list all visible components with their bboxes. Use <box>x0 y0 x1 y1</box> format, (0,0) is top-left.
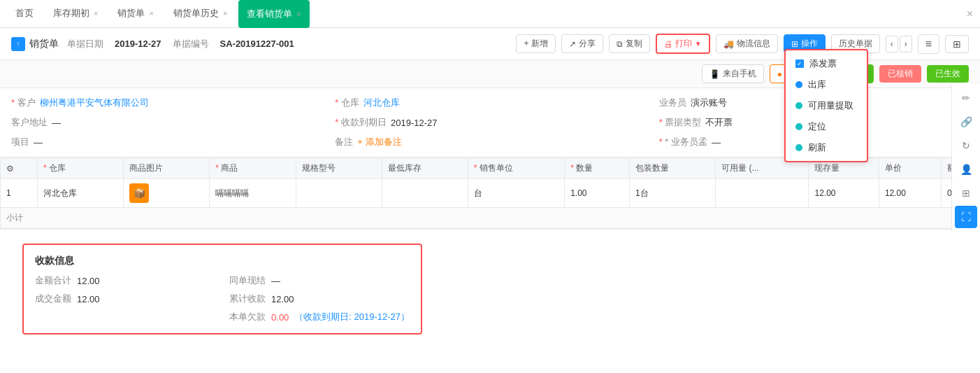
cell-row-num: 1 <box>1 179 38 208</box>
dropdown-locate[interactable]: 定位 <box>786 116 867 137</box>
outbound-dot <box>795 81 802 88</box>
col-quantity: * 数量 <box>565 158 630 179</box>
address-value: — <box>52 118 61 128</box>
page-wrapper: 首页 库存期初 × 销货单 × 销货单历史 × 查看销货单 × × ↑ 销货单 … <box>0 0 980 373</box>
remark-label: 备注 <box>335 136 353 148</box>
table-row: 1 河北仓库 📦 嗝嗝嗝嗝 台 1.00 1台 12.00 12.00 0. <box>1 179 980 208</box>
salesperson-value: 演示账号 <box>691 97 727 109</box>
balance-label: 本单欠款 <box>229 311 266 323</box>
doc-title: ↑ 销货单 <box>11 37 59 51</box>
col-min-stock: 最低库存 <box>382 158 468 179</box>
tab-history-close[interactable]: × <box>223 9 227 17</box>
warehouse-row: 仓库 河北仓库 <box>335 97 644 109</box>
print-button[interactable]: 🖨 打印 ▼ <box>656 34 710 54</box>
same-order-label: 同单现结 <box>229 274 266 287</box>
prev-arrow[interactable]: ‹ <box>886 36 898 52</box>
number-label: 单据编号 <box>173 38 209 50</box>
payment-date-value: 2019-12-27 <box>391 118 438 128</box>
cell-available <box>716 179 809 208</box>
sold-status-btn[interactable]: 已核销 <box>879 65 921 83</box>
from-phone-btn[interactable]: 📱 来自手机 <box>702 64 764 83</box>
payment-wrapper: 收款信息 金额合计 12.00 同单现结 — 成交金额 12.00 累计收款 1… <box>0 230 980 349</box>
add-invoice-checkbox <box>795 59 804 68</box>
warehouse-label: 仓库 <box>335 97 359 109</box>
sidebar-link-icon[interactable]: 🔗 <box>955 111 977 133</box>
col-price: 单价 <box>879 158 941 179</box>
cell-product: 嗝嗝嗝嗝 <box>210 179 296 208</box>
tab-inventory-close[interactable]: × <box>94 9 98 17</box>
balance-row: 本单欠款 0.00 （收款到期日: 2019-12-27） <box>229 311 410 323</box>
product-image-icon: 📦 <box>129 183 149 203</box>
cell-spec <box>296 179 382 208</box>
warehouse-value: 河北仓库 <box>363 97 400 109</box>
sidebar-user-icon[interactable]: 👤 <box>955 158 977 181</box>
toolbar-actions: + 新增 ↗ 分享 ⧉ 复制 🖨 打印 ▼ 🚚 物流信息 ⊞ 操作 <box>516 34 969 54</box>
tab-sales-history[interactable]: 销货单历史 × <box>165 0 236 28</box>
locate-dot <box>795 123 802 130</box>
dropdown-refresh[interactable]: 刷新 <box>786 137 867 158</box>
cell-min-stock <box>382 179 468 208</box>
agent-label: * 业务员孟 <box>659 136 707 148</box>
remark-row: 备注 + 添加备注 <box>335 136 644 148</box>
dropdown-add-invoice[interactable]: 添发票 <box>786 53 867 74</box>
ticket-type-label: 票据类型 <box>659 116 702 129</box>
nav-arrows: ‹ › <box>886 36 912 52</box>
col-image: 商品图片 <box>124 158 210 179</box>
refresh-dot <box>795 144 802 151</box>
payment-date-label: 收款到期日 <box>335 116 387 129</box>
tab-bar-close[interactable]: × <box>967 8 973 20</box>
project-value: — <box>34 137 43 148</box>
deal-amount-value: 12.00 <box>77 294 100 304</box>
customer-value: 柳州粤港平安气体有限公司 <box>40 97 149 109</box>
cell-quantity: 1.00 <box>565 179 630 208</box>
ticket-type-value: 不开票 <box>705 116 733 129</box>
dropdown-outbound[interactable]: 出库 <box>786 74 867 95</box>
payment-title: 收款信息 <box>35 255 410 267</box>
add-button[interactable]: + 新增 <box>516 34 555 53</box>
deal-amount-label: 成交金额 <box>35 293 71 305</box>
tab-home[interactable]: 首页 <box>7 0 42 28</box>
share-button[interactable]: ↗ 分享 <box>561 34 603 53</box>
subtotal-label: 小计 <box>1 208 980 229</box>
effective-status-btn[interactable]: 已生效 <box>927 65 969 83</box>
logistics-button[interactable]: 🚚 物流信息 <box>716 34 778 53</box>
subtotal-row: 小计 <box>1 208 980 229</box>
dropdown-available[interactable]: 可用量提取 <box>786 95 867 116</box>
sidebar-edit-icon[interactable]: ✏ <box>955 87 977 109</box>
cell-pack-qty: 1台 <box>630 179 716 208</box>
balance-value: 0.00 <box>271 312 289 323</box>
add-remark-btn[interactable]: + 添加备注 <box>357 136 401 148</box>
col-settings[interactable]: ⚙ <box>1 158 38 179</box>
cumulative-row: 累计收款 12.00 <box>229 293 410 305</box>
tab-bar: 首页 库存期初 × 销货单 × 销货单历史 × 查看销货单 × × <box>0 0 980 28</box>
salesperson-label: 业务员 <box>659 97 686 109</box>
tab-sales-close[interactable]: × <box>149 9 153 17</box>
amount-total-label: 金额合计 <box>35 274 71 287</box>
sidebar-fullscreen-icon[interactable]: ⛶ <box>955 206 977 228</box>
right-sidebar: ✏ 🔗 ↻ 👤 ⊞ ⛶ <box>951 84 980 231</box>
balance-note: （收款到期日: 2019-12-27） <box>294 311 410 323</box>
payment-section: 收款信息 金额合计 12.00 同单现结 — 成交金额 12.00 累计收款 1… <box>22 244 422 335</box>
next-arrow[interactable]: › <box>900 36 912 52</box>
col-pack-qty: 包装数量 <box>630 158 716 179</box>
available-dot <box>795 102 802 109</box>
cell-current-stock: 12.00 <box>809 179 879 208</box>
payment-grid: 金额合计 12.00 同单现结 — 成交金额 12.00 累计收款 12.00 … <box>35 274 410 323</box>
same-order-row: 同单现结 — <box>229 274 410 287</box>
operations-dropdown: 添发票 出库 可用量提取 定位 刷新 <box>784 49 868 162</box>
sidebar-refresh-icon[interactable]: ↻ <box>955 134 977 157</box>
customer-label: 客户 <box>11 97 36 109</box>
tab-view-sales[interactable]: 查看销货单 × <box>238 0 309 28</box>
cumulative-label: 累计收款 <box>229 293 266 305</box>
tab-inventory[interactable]: 库存期初 × <box>45 0 106 28</box>
sidebar-grid-icon[interactable]: ⊞ <box>955 182 977 204</box>
copy-button[interactable]: ⧉ 复制 <box>609 34 650 53</box>
amount-total-row: 金额合计 12.00 <box>35 274 215 287</box>
tab-sales[interactable]: 销货单 × <box>109 0 161 28</box>
project-label: 项目 <box>11 136 29 148</box>
grid-view-toggle[interactable]: ⊞ <box>945 35 969 53</box>
project-row: 项目 — <box>11 136 321 148</box>
cell-image: 📦 <box>124 179 210 208</box>
tab-view-sales-close[interactable]: × <box>296 10 301 18</box>
list-view-toggle[interactable]: ≡ <box>918 34 939 54</box>
